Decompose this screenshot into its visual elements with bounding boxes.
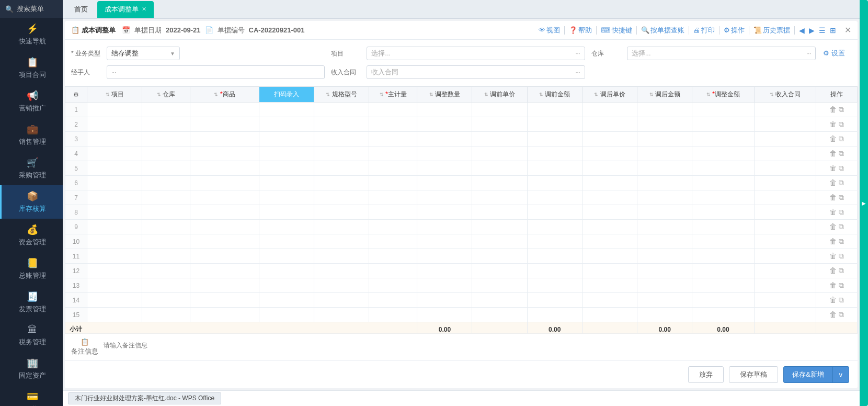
project-cell[interactable]: [87, 249, 142, 264]
copy-icon[interactable]: ⧉: [839, 105, 844, 114]
pre-amount-cell[interactable]: [527, 264, 582, 278]
sidebar-item-invoice-mgmt[interactable]: 🧾 发票管理: [0, 286, 63, 319]
scan-cell[interactable]: [259, 190, 314, 205]
post-price-cell[interactable]: [582, 103, 637, 117]
warehouse-cell[interactable]: [142, 161, 190, 176]
tab-close-icon[interactable]: ✕: [142, 6, 146, 13]
post-price-cell[interactable]: [582, 293, 637, 308]
unit-cell[interactable]: [369, 190, 417, 205]
delete-icon[interactable]: 🗑: [829, 120, 837, 128]
copy-icon[interactable]: ⧉: [839, 237, 844, 245]
pre-amount-cell[interactable]: [527, 117, 582, 132]
abandon-button[interactable]: 放弃: [688, 366, 724, 383]
income-contract-cell[interactable]: [754, 132, 816, 146]
project-cell[interactable]: [87, 190, 142, 205]
unit-cell[interactable]: [369, 205, 417, 220]
sidebar-item-quick-nav[interactable]: ⚡ 快速导航: [0, 18, 63, 51]
col-pre-price[interactable]: ⇅ 调前单价: [472, 87, 527, 103]
pre-price-cell[interactable]: [472, 103, 527, 117]
project-cell[interactable]: [87, 117, 142, 132]
scan-cell[interactable]: [259, 132, 314, 146]
project-cell[interactable]: [87, 308, 142, 322]
unit-cell[interactable]: [369, 278, 417, 293]
warehouse-input[interactable]: 选择... ···: [627, 47, 816, 60]
income-contract-cell[interactable]: [754, 264, 816, 278]
warehouse-cell[interactable]: [142, 293, 190, 308]
spec-cell[interactable]: [314, 132, 369, 146]
adj-qty-cell[interactable]: [417, 161, 472, 176]
col-adj-amount[interactable]: ⇅ *调整金额: [692, 87, 754, 103]
spec-cell[interactable]: [314, 161, 369, 176]
taskbar-item[interactable]: 木门行业好业财处理方案-墨红红.doc - WPS Office: [68, 392, 221, 404]
post-amount-cell[interactable]: [637, 293, 692, 308]
pre-price-cell[interactable]: [472, 308, 527, 322]
delete-icon[interactable]: 🗑: [829, 222, 837, 231]
project-cell[interactable]: [87, 234, 142, 249]
pre-amount-cell[interactable]: [527, 234, 582, 249]
delete-icon[interactable]: 🗑: [829, 208, 837, 216]
income-contract-cell[interactable]: [754, 220, 816, 234]
col-project[interactable]: ⇅ 项目: [87, 87, 142, 103]
col-warehouse[interactable]: ⇅ 仓库: [142, 87, 190, 103]
delete-icon[interactable]: 🗑: [829, 266, 837, 275]
spec-cell[interactable]: [314, 146, 369, 161]
post-price-cell[interactable]: [582, 146, 637, 161]
adj-amount-cell[interactable]: [692, 293, 754, 308]
sidebar-item-ledger-mgmt[interactable]: 📒 总账管理: [0, 252, 63, 286]
pre-amount-cell[interactable]: [527, 249, 582, 264]
post-amount-cell[interactable]: [637, 132, 692, 146]
warehouse-cell[interactable]: [142, 205, 190, 220]
scan-cell[interactable]: [259, 103, 314, 117]
spec-cell[interactable]: [314, 264, 369, 278]
col-adj-qty[interactable]: ⇅ 调整数量: [417, 87, 472, 103]
warehouse-cell[interactable]: [142, 103, 190, 117]
income-contract-cell[interactable]: [754, 293, 816, 308]
spec-cell[interactable]: [314, 117, 369, 132]
scan-cell[interactable]: [259, 117, 314, 132]
project-cell[interactable]: [87, 146, 142, 161]
adj-qty-cell[interactable]: [417, 249, 472, 264]
biz-type-select[interactable]: 结存调整 ▼: [107, 47, 180, 60]
adj-qty-cell[interactable]: [417, 146, 472, 161]
product-cell[interactable]: [190, 117, 259, 132]
scan-cell[interactable]: [259, 264, 314, 278]
notes-input[interactable]: [104, 338, 851, 353]
adj-qty-cell[interactable]: [417, 220, 472, 234]
save-new-main[interactable]: 保存&新增: [784, 367, 833, 382]
project-cell[interactable]: [87, 176, 142, 190]
project-cell[interactable]: [87, 278, 142, 293]
product-cell[interactable]: [190, 132, 259, 146]
post-amount-cell[interactable]: [637, 278, 692, 293]
view-icon2[interactable]: ⊞: [830, 26, 836, 35]
col-scan[interactable]: 扫码录入: [259, 87, 314, 103]
pre-price-cell[interactable]: [472, 117, 527, 132]
spec-cell[interactable]: [314, 249, 369, 264]
form-close-button[interactable]: ✕: [844, 25, 851, 35]
scan-cell[interactable]: [259, 161, 314, 176]
post-price-cell[interactable]: [582, 234, 637, 249]
product-cell[interactable]: [190, 264, 259, 278]
col-spec[interactable]: ⇅ 规格型号: [314, 87, 369, 103]
post-amount-cell[interactable]: [637, 146, 692, 161]
col-post-amount[interactable]: ⇅ 调后金额: [637, 87, 692, 103]
unit-cell[interactable]: [369, 293, 417, 308]
unit-cell[interactable]: [369, 308, 417, 322]
pre-price-cell[interactable]: [472, 161, 527, 176]
col-income-contract[interactable]: ⇅ 收入合同: [754, 87, 816, 103]
pre-amount-cell[interactable]: [527, 278, 582, 293]
pre-price-cell[interactable]: [472, 205, 527, 220]
pre-amount-cell[interactable]: [527, 161, 582, 176]
action-ops[interactable]: ⚙ 操作: [724, 26, 745, 35]
delete-icon[interactable]: 🗑: [829, 105, 837, 114]
post-amount-cell[interactable]: [637, 220, 692, 234]
post-price-cell[interactable]: [582, 278, 637, 293]
pre-amount-cell[interactable]: [527, 308, 582, 322]
adj-qty-cell[interactable]: [417, 117, 472, 132]
unit-cell[interactable]: [369, 220, 417, 234]
product-cell[interactable]: [190, 308, 259, 322]
project-cell[interactable]: [87, 161, 142, 176]
post-amount-cell[interactable]: [637, 117, 692, 132]
copy-icon[interactable]: ⧉: [839, 164, 844, 172]
scan-cell[interactable]: [259, 308, 314, 322]
scan-cell[interactable]: [259, 293, 314, 308]
